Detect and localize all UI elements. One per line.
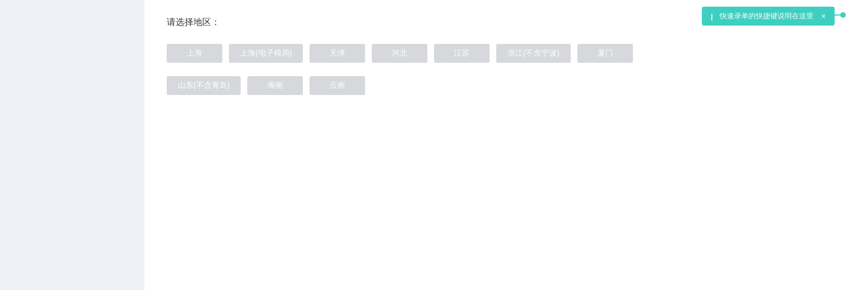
region-btn-海南[interactable]: 海南 xyxy=(247,76,303,95)
region-btn-河北[interactable]: 河北 xyxy=(372,44,427,63)
sidebar xyxy=(0,0,144,290)
tooltip-banner: 快速录单的快捷键说明在这里 × xyxy=(702,7,835,26)
connector-dot xyxy=(840,12,846,18)
region-btn-江苏[interactable]: 江苏 xyxy=(434,44,490,63)
region-btn-天津[interactable]: 天津 xyxy=(310,44,365,63)
region-btn-山东(不含青岛)[interactable]: 山东(不含青岛) xyxy=(167,76,241,95)
region-btn-上海(电子税局)[interactable]: 上海(电子税局) xyxy=(229,44,303,63)
tooltip-close-button[interactable]: × xyxy=(821,12,826,21)
region-button-group: 上海上海(电子税局)天津河北江苏浙江(不含宁波)厦门山东(不含青岛)海南云南 xyxy=(167,44,846,95)
region-row-2: 山东(不含青岛)海南云南 xyxy=(167,76,846,95)
region-btn-上海[interactable]: 上海 xyxy=(167,44,222,63)
region-row-1: 上海上海(电子税局)天津河北江苏浙江(不含宁波)厦门 xyxy=(167,44,846,63)
tooltip-text: 快速录单的快捷键说明在这里 xyxy=(720,11,814,21)
connector-line xyxy=(830,14,840,16)
region-btn-厦门[interactable]: 厦门 xyxy=(577,44,633,63)
main-content: 请选择地区： 上海上海(电子税局)天津河北江苏浙江(不含宁波)厦门山东(不含青岛… xyxy=(144,0,868,290)
region-btn-云南[interactable]: 云南 xyxy=(310,76,365,95)
region-btn-浙江(不含宁波)[interactable]: 浙江(不含宁波) xyxy=(496,44,570,63)
